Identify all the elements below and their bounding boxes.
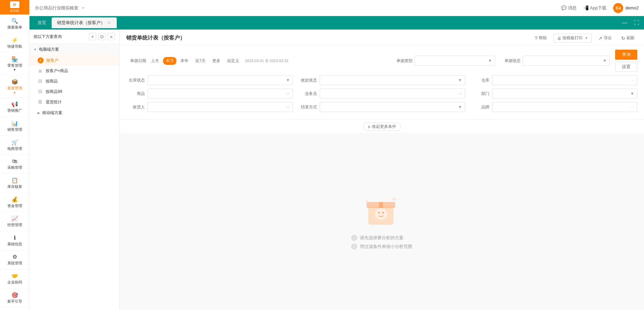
sidebar-item-base-info[interactable]: ℹ 基础信息: [0, 231, 29, 250]
out-status-select[interactable]: ▼: [148, 75, 293, 85]
marketing-icon: 📢: [1, 101, 28, 107]
goods-cell: 商品 ···: [126, 89, 293, 99]
action-buttons: 查询 设置: [615, 50, 637, 72]
mobile-group-label: 移动端方案: [42, 110, 62, 116]
date-tab-this-month[interactable]: 本月: [163, 57, 176, 65]
scheme-item-customer[interactable]: 人 按客户: [30, 55, 119, 66]
sidebar-item-inventory[interactable]: 📋 库存核算: [0, 174, 29, 193]
customer-scheme-icon: 人: [38, 57, 44, 63]
receipt-status-arrow-icon: ▼: [458, 78, 462, 83]
sidebar-item-sales[interactable]: 📊 销售管理: [0, 117, 29, 136]
out-status-cell: 出库状态 ▼: [126, 75, 293, 85]
query-button[interactable]: 查询: [615, 50, 637, 60]
scheme-copy-button[interactable]: ⊙: [98, 33, 106, 40]
goods-dots-icon: ···: [286, 91, 290, 96]
svg-point-4: [378, 212, 380, 213]
sidebar-item-retail[interactable]: 🏪 零售管理 ▼: [0, 53, 29, 75]
date-tab-this-year[interactable]: 本年: [178, 57, 191, 65]
filter-area: 单据日期 上月 本月 本年 近7天 更多 自定义 2023-03-01 至 20…: [119, 46, 644, 120]
filter-row-3: 商品 ··· 业务员 ··· 部门: [126, 89, 637, 99]
tab-maximize-icon[interactable]: ⛶: [632, 19, 641, 27]
order-type-select[interactable]: ▼: [415, 56, 495, 66]
scheme-item-customer-goods[interactable]: ⊞ 按客户+商品: [30, 66, 119, 76]
date-tab-7days[interactable]: 近7天: [193, 57, 208, 65]
wholesale-arrow-icon: ▲: [1, 91, 28, 94]
sidebar-item-guide[interactable]: 🎯 新手引导: [0, 289, 29, 308]
tab-home[interactable]: 首页: [32, 17, 52, 28]
search-icon: 🔍: [1, 18, 28, 24]
sidebar-item-collab[interactable]: 🤝 企业协同: [0, 269, 29, 289]
export-icon: ↗: [598, 36, 602, 41]
sidebar-item-marketing[interactable]: 📢 营销推广: [0, 98, 29, 117]
tab-minimize-icon[interactable]: —: [620, 19, 629, 27]
mobile-group[interactable]: ▶ 移动端方案: [30, 107, 119, 118]
help-button[interactable]: ? 帮助: [532, 34, 549, 42]
sidebar-item-apps[interactable]: 📱 应用中心: [0, 308, 29, 310]
warehouse-select[interactable]: ···: [492, 75, 637, 85]
date-tab-custom[interactable]: 自定义: [224, 57, 242, 65]
empty-tip-1-text: 请先选择要分析的方案: [360, 235, 404, 241]
date-tab-last-month[interactable]: 上月: [148, 57, 162, 65]
help-icon: ?: [535, 36, 537, 41]
svg-rect-2: [379, 202, 383, 208]
scheme-item-customer-goods-label: 按客户+商品: [46, 68, 68, 74]
recipient-select[interactable]: ···: [148, 102, 293, 112]
finance-icon: 💰: [1, 196, 28, 203]
tab-bar: 首页 销货单统计表（按客户） × — ⛶: [30, 16, 644, 30]
customer-goods-icon: ⊞: [38, 68, 43, 74]
scheme-item-goods99[interactable]: 回 按商品99: [30, 87, 119, 97]
sidebar-item-wholesale[interactable]: 📦 批发管理 ▲: [0, 75, 29, 98]
print-label: 按模板打印: [562, 35, 583, 41]
out-status-label: 出库状态: [126, 78, 145, 83]
tab-sales-stats[interactable]: 销货单统计表（按客户） ×: [52, 17, 117, 28]
scheme-item-goods99-label: 按商品99: [46, 89, 62, 95]
department-select[interactable]: ▼: [492, 89, 637, 99]
tab-close-icon[interactable]: ×: [107, 20, 111, 25]
return-stats-icon: 图: [38, 100, 43, 105]
order-status-select[interactable]: ▼: [523, 56, 610, 66]
salesman-cell: 业务员 ···: [298, 89, 465, 99]
collapse-button[interactable]: ∧ 收起更多条件: [363, 122, 400, 131]
quick-nav-icon: ⚡: [1, 37, 28, 43]
download-icon: 📲: [583, 5, 589, 10]
salesman-dots-icon: ···: [459, 91, 462, 96]
recipient-label: 收货人: [126, 104, 145, 110]
sidebar-item-operations[interactable]: 📈 经营管理: [0, 212, 29, 231]
receipt-status-select[interactable]: ▼: [320, 75, 465, 85]
wholesale-icon: 📦: [1, 79, 28, 85]
scheme-item-return-stats[interactable]: 图 退货统计: [30, 97, 119, 107]
goods-select[interactable]: ···: [148, 89, 293, 99]
print-button[interactable]: 🖨 按模板打印 ▼: [553, 34, 592, 43]
sidebar-item-quick-nav[interactable]: ⚡ 快捷导航: [0, 34, 29, 53]
refresh-icon: ↻: [621, 36, 625, 41]
scheme-add-button[interactable]: +: [89, 33, 96, 40]
header-right: 💬 消息 📲 App下载 Ea demo2: [561, 3, 639, 13]
sidebar-item-purchase[interactable]: 🛍 采购管理: [0, 155, 29, 174]
salesman-select[interactable]: ···: [320, 89, 465, 99]
sidebar-item-search[interactable]: 🔍 搜索菜单: [0, 14, 29, 34]
empty-state: 1 请先选择要分析的方案 2 用过滤条件来缩小分析范围: [119, 134, 644, 310]
copy-icon: ⊙: [100, 34, 104, 39]
date-tab-more[interactable]: 更多: [210, 57, 223, 65]
mobile-expand-icon: ▶: [38, 111, 40, 115]
settlement-select[interactable]: ▼: [320, 102, 465, 112]
retail-arrow-icon: ▼: [1, 68, 28, 71]
export-button[interactable]: ↗ 导出: [596, 34, 614, 42]
settings-button[interactable]: 设置: [615, 62, 637, 72]
scheme-item-goods[interactable]: 回 按商品: [30, 76, 119, 87]
settlement-cell: 结算方式 ▼: [298, 102, 465, 112]
app-download-button[interactable]: 📲 App下载: [583, 5, 606, 11]
right-panel: 销货单统计表（按客户） ? 帮助 🖨 按模板打印 ▼ ↗ 导出: [119, 30, 644, 310]
sidebar-item-ecommerce[interactable]: 🛒 电商管理: [0, 136, 29, 155]
department-cell: 部门 ▼: [471, 89, 637, 99]
sidebar-item-system[interactable]: ⚙ 系统管理: [0, 250, 29, 269]
sidebar-item-finance[interactable]: 💰 资金管理: [0, 193, 29, 212]
messages-button[interactable]: 💬 消息: [561, 5, 577, 11]
guide-icon: 🎯: [1, 292, 28, 298]
scheme-collapse-button[interactable]: «: [108, 33, 115, 40]
brand-cell: 品牌 ···: [471, 102, 637, 112]
brand-select[interactable]: ···: [492, 102, 637, 112]
refresh-button[interactable]: ↻ 刷新: [619, 34, 637, 42]
desktop-group-header[interactable]: ▼ 电脑端方案: [30, 44, 119, 55]
user-profile[interactable]: Ea demo2: [613, 3, 639, 13]
